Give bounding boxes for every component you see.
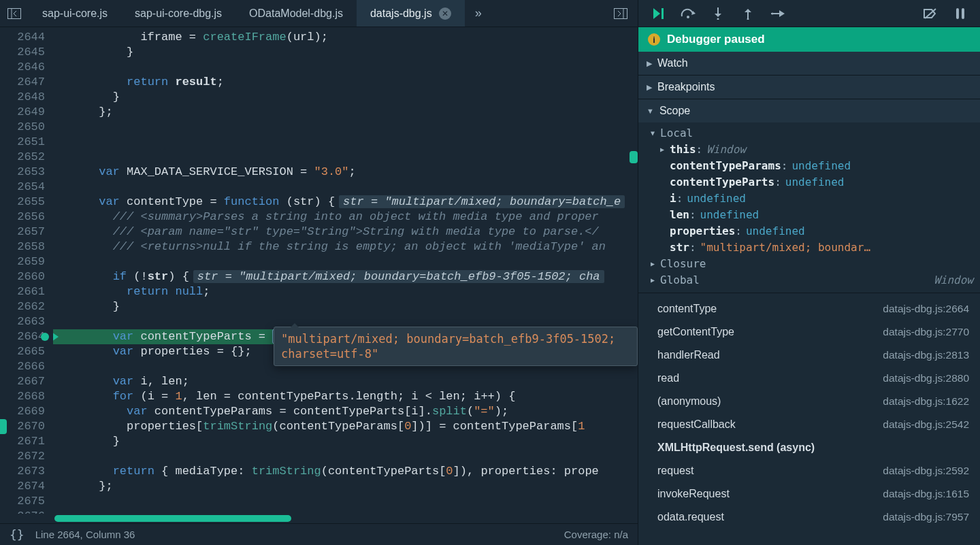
code-line[interactable]: } xyxy=(53,90,638,105)
line-number[interactable]: 2673 xyxy=(0,464,45,479)
line-number[interactable]: 2654 xyxy=(0,180,45,195)
toggle-sidebar-icon[interactable] xyxy=(0,8,29,19)
toggle-right-sidebar-icon[interactable] xyxy=(604,8,638,19)
line-number[interactable]: 2665 xyxy=(0,344,45,359)
tab[interactable]: sap-ui-core-dbg.js xyxy=(121,0,235,27)
line-number[interactable]: 2659 xyxy=(0,254,45,269)
line-number[interactable]: 2660 xyxy=(0,269,45,284)
breakpoints-section-header[interactable]: ▶Breakpoints xyxy=(638,76,980,99)
code-line[interactable]: /// <param name="str" type="String">Stri… xyxy=(53,225,638,240)
step-icon[interactable] xyxy=(770,6,785,21)
line-number[interactable]: 2667 xyxy=(0,374,45,389)
resume-icon[interactable] xyxy=(651,6,666,21)
code-line[interactable]: var contentTypeParams = contentTypeParts… xyxy=(53,404,638,419)
line-number[interactable]: 2655 xyxy=(0,195,45,210)
line-number[interactable]: 2671 xyxy=(0,434,45,449)
line-number[interactable]: 2676 xyxy=(0,509,45,514)
line-number[interactable]: 2646 xyxy=(0,60,45,75)
scope-variable[interactable]: ▶this: Window xyxy=(660,142,980,158)
code-line[interactable]: /// <summary>Parses a string into an obj… xyxy=(53,210,638,225)
scope-global-header[interactable]: ▶GlobalWindow xyxy=(651,272,980,288)
callstack-frame[interactable]: invokeRequestdatajs-dbg.js:1615 xyxy=(638,482,980,506)
scope-variable[interactable]: contentTypeParts: undefined xyxy=(660,174,980,191)
step-over-icon[interactable] xyxy=(681,6,696,21)
line-number[interactable]: 2657 xyxy=(0,225,45,240)
close-icon[interactable]: ✕ xyxy=(439,7,451,20)
scope-variable[interactable]: properties: undefined xyxy=(660,223,980,240)
line-number[interactable]: 2661 xyxy=(0,284,45,299)
scope-variable[interactable]: i: undefined xyxy=(660,191,980,207)
code-line[interactable] xyxy=(53,494,638,509)
scope-section-header[interactable]: ▼Scope xyxy=(638,99,980,122)
line-number[interactable]: 2663 xyxy=(0,314,45,329)
code-line[interactable]: var MAX_DATA_SERVICE_VERSION = "3.0"; xyxy=(53,165,638,180)
code-line[interactable]: if (!str) {str = "multipart/mixed; bound… xyxy=(53,269,638,284)
tab[interactable]: ODataModel-dbg.js xyxy=(235,0,357,27)
pause-on-exceptions-icon[interactable] xyxy=(953,6,968,21)
line-number[interactable]: 2669 xyxy=(0,404,45,419)
code-line[interactable]: }; xyxy=(53,479,638,494)
line-number[interactable]: 2664 xyxy=(0,329,45,344)
line-number[interactable]: 2675 xyxy=(0,494,45,509)
callstack-frame[interactable]: odata.requestdatajs-dbg.js:7957 xyxy=(638,506,980,529)
code-line[interactable]: iframe = createIFrame(url); xyxy=(53,30,638,45)
line-number[interactable]: 2652 xyxy=(0,150,45,165)
scope-variable[interactable]: contentTypeParams: undefined xyxy=(660,158,980,174)
callstack-frame[interactable]: XMLHttpRequest.send (async) xyxy=(638,436,980,459)
code-line[interactable] xyxy=(53,180,638,195)
code-line[interactable]: properties[trimString(contentTypeParams[… xyxy=(53,419,638,434)
line-number[interactable]: 2644 xyxy=(0,30,45,45)
line-number[interactable]: 2666 xyxy=(0,359,45,374)
callstack-frame[interactable]: getContentTypedatajs-dbg.js:2770 xyxy=(638,320,980,344)
code-line[interactable]: return { mediaType: trimString(contentTy… xyxy=(53,464,638,479)
callstack-frame[interactable]: requestCallbackdatajs-dbg.js:2542 xyxy=(638,413,980,436)
line-number[interactable]: 2645 xyxy=(0,45,45,60)
code-line[interactable] xyxy=(53,449,638,464)
code-line[interactable]: var i, len; xyxy=(53,374,638,389)
code-line[interactable]: } xyxy=(53,45,638,60)
code-line[interactable]: }; xyxy=(53,105,638,120)
line-number[interactable]: 2650 xyxy=(0,120,45,135)
editor-horizontal-scrollbar[interactable] xyxy=(53,514,638,523)
line-number[interactable]: 2653 xyxy=(0,165,45,180)
code-line[interactable] xyxy=(53,60,638,75)
line-number[interactable]: 2658 xyxy=(0,240,45,254)
code-line[interactable]: for (i = 1, len = contentTypeParts.lengt… xyxy=(53,389,638,404)
tab[interactable]: datajs-dbg.js✕ xyxy=(357,0,465,27)
scope-variable[interactable]: str: "multipart/mixed; boundary=batch_ef… xyxy=(660,240,980,256)
line-number[interactable]: 2662 xyxy=(0,299,45,314)
code-line[interactable]: } xyxy=(53,434,638,449)
callstack-frame[interactable]: contentTypedatajs-dbg.js:2664 xyxy=(638,297,980,320)
step-into-icon[interactable] xyxy=(710,6,725,21)
line-number[interactable]: 2672 xyxy=(0,449,45,464)
pretty-print-icon[interactable]: {} xyxy=(10,527,24,542)
callstack-frame[interactable]: requestdatajs-dbg.js:2592 xyxy=(638,459,980,482)
code-line[interactable] xyxy=(53,150,638,165)
line-number[interactable]: 2674 xyxy=(0,479,45,494)
watch-section-header[interactable]: ▶Watch xyxy=(638,52,980,75)
deactivate-breakpoints-icon[interactable] xyxy=(923,6,938,21)
line-number[interactable]: 2651 xyxy=(0,135,45,150)
tabs-overflow-button[interactable]: » xyxy=(465,6,492,20)
code-line[interactable]: var contentType = function (str) {str = … xyxy=(53,195,638,210)
step-out-icon[interactable] xyxy=(740,6,755,21)
tab[interactable]: sap-ui-core.js xyxy=(29,0,121,27)
code-editor[interactable]: 2644264526462647264826492650265126522653… xyxy=(0,27,638,514)
callstack-frame[interactable]: readdatajs-dbg.js:2880 xyxy=(638,367,980,390)
code-line[interactable]: return result; xyxy=(53,75,638,90)
scope-closure-header[interactable]: ▶Closure xyxy=(651,256,980,272)
code-line[interactable]: return null; xyxy=(53,284,638,299)
line-number[interactable]: 2648 xyxy=(0,90,45,105)
code-line[interactable] xyxy=(53,120,638,135)
code-line[interactable] xyxy=(53,254,638,269)
callstack-frame[interactable]: (anonymous)datajs-dbg.js:1622 xyxy=(638,390,980,413)
scope-local-header[interactable]: ▼Local xyxy=(651,125,980,142)
code-line[interactable] xyxy=(53,509,638,514)
line-number[interactable]: 2668 xyxy=(0,389,45,404)
scope-variable[interactable]: len: undefined xyxy=(660,207,980,223)
code-line[interactable] xyxy=(53,135,638,150)
code-line[interactable]: /// <returns>null if the string is empty… xyxy=(53,240,638,254)
code-line[interactable]: } xyxy=(53,299,638,314)
line-number[interactable]: 2649 xyxy=(0,105,45,120)
line-number[interactable]: 2647 xyxy=(0,75,45,90)
